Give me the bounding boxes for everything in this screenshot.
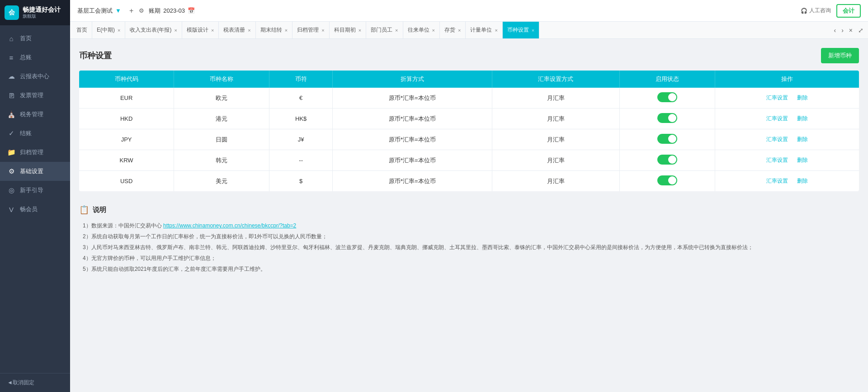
delete-btn[interactable]: 删除 [797, 178, 808, 184]
rate-settings-btn[interactable]: 汇率设置 [766, 178, 788, 184]
rate-settings-btn[interactable]: 汇率设置 [766, 94, 788, 101]
tab-unit-label: 计量单位 [470, 26, 492, 34]
topbar-actions: + ⚙ [129, 7, 144, 15]
tab-unit-close[interactable]: × [495, 28, 497, 33]
toggle-switch[interactable] [657, 113, 677, 123]
settings-btn[interactable]: ⚙ [139, 7, 144, 14]
tab-next-btn[interactable]: › [839, 25, 846, 36]
sidebar-pin-toggle[interactable]: ◄取消固定 [0, 373, 70, 392]
cell-symbol: € [269, 88, 333, 109]
tab-tax-close[interactable]: × [248, 28, 250, 33]
sidebar-item-label: 归档管理 [20, 148, 43, 156]
rate-settings-btn[interactable]: 汇率设置 [766, 115, 788, 122]
cell-name: 港元 [174, 109, 269, 129]
sidebar-item-guide[interactable]: ◎ 新手引导 [0, 181, 70, 200]
tab-subject[interactable]: 科目期初 × [330, 22, 366, 38]
tab-archive-close[interactable]: × [321, 28, 324, 33]
sidebar-item-label: 结账 [20, 129, 32, 137]
tab-interim-close[interactable]: × [118, 28, 120, 33]
sidebar-item-checkout[interactable]: ✓ 结账 [0, 124, 70, 143]
tab-inventory-close[interactable]: × [458, 28, 461, 33]
tab-prev-btn[interactable]: ‹ [831, 25, 839, 36]
sidebar-item-ledger[interactable]: ≡ 总账 [0, 48, 70, 67]
tab-currency-close[interactable]: × [532, 28, 534, 33]
note-link[interactable]: https://www.chinamoney.com.cn/chinese/bk… [163, 222, 296, 229]
tab-expand-btn[interactable]: ⤢ [855, 25, 866, 36]
tab-archive[interactable]: 归档管理 × [292, 22, 329, 38]
sidebar-item-label: 税务管理 [20, 110, 43, 118]
cell-conversion: 原币*汇率=本位币 [333, 150, 492, 171]
tab-contacts-label: 往来单位 [408, 26, 429, 34]
period-label: 账期 [149, 7, 160, 15]
tab-template-close[interactable]: × [211, 28, 214, 33]
sidebar-item-label: 总账 [20, 53, 32, 61]
rate-settings-btn[interactable]: 汇率设置 [766, 157, 788, 163]
cell-actions: 汇率设置 删除 [715, 129, 859, 150]
account-btn[interactable]: 会计 [836, 4, 861, 18]
delete-btn[interactable]: 删除 [797, 136, 808, 142]
delete-btn[interactable]: 删除 [797, 94, 808, 101]
service-btn[interactable]: 🎧 人工咨询 [801, 7, 831, 14]
toggle-knob [668, 135, 676, 143]
tab-dept[interactable]: 部门员工 × [366, 22, 403, 38]
tab-subject-close[interactable]: × [359, 28, 361, 33]
tab-currency[interactable]: 币种设置 × [503, 22, 539, 38]
cell-rate-type: 月汇率 [492, 129, 619, 150]
sidebar-item-archive[interactable]: 📁 归档管理 [0, 143, 70, 162]
tab-income-close[interactable]: × [174, 28, 177, 33]
toggle-knob [668, 93, 676, 101]
toggle-switch[interactable] [657, 155, 677, 165]
main-area: 基层工会测试 ▼ + ⚙ 账期 2023-03 📅 🎧 人工咨询 会计 首页 E… [70, 0, 868, 392]
sidebar-item-home[interactable]: ⌂ 首页 [0, 29, 70, 48]
col-actions: 操作 [715, 71, 859, 88]
tab-period-end[interactable]: 期末结转 × [256, 22, 292, 38]
sidebar-item-label: 发票管理 [20, 91, 43, 99]
cell-symbol: $ [269, 171, 333, 192]
sidebar: 会 畅捷通好会计 旗舰版 ⌂ 首页 ≡ 总账 ☁ 云报表中心 🖹 发票管理 ⛪ … [0, 0, 70, 392]
cell-conversion: 原币*汇率=本位币 [333, 109, 492, 129]
sidebar-item-member[interactable]: V 畅会员 [0, 200, 70, 219]
cell-status [620, 88, 715, 109]
logo-name: 畅捷通好会计 [23, 6, 61, 14]
sidebar-item-tax[interactable]: ⛪ 税务管理 [0, 105, 70, 124]
tab-contacts[interactable]: 往来单位 × [403, 22, 440, 38]
tab-template[interactable]: 模版设计 × [182, 22, 219, 38]
tab-home[interactable]: 首页 [72, 22, 92, 38]
toggle-knob [668, 176, 676, 184]
tab-tax[interactable]: 税表清册 × [219, 22, 255, 38]
tab-close-all-btn[interactable]: × [846, 25, 855, 36]
sidebar-item-label: 首页 [20, 34, 32, 43]
tab-period-end-close[interactable]: × [285, 28, 288, 33]
new-currency-btn[interactable]: 新增币种 [821, 48, 859, 63]
ledger-icon: ≡ [7, 54, 15, 61]
project-dropdown-icon[interactable]: ▼ [115, 7, 121, 14]
sidebar-item-settings[interactable]: ⚙ 基础设置 [0, 162, 70, 181]
cell-name: 日圆 [174, 129, 269, 150]
sidebar-item-label: 新手引导 [20, 186, 43, 194]
sidebar-item-reports[interactable]: ☁ 云报表中心 [0, 67, 70, 86]
cell-actions: 汇率设置 删除 [715, 171, 859, 192]
toggle-switch[interactable] [657, 92, 677, 102]
table-row: USD 美元 $ 原币*汇率=本位币 月汇率 汇率设置 删除 [79, 171, 859, 192]
tab-income-report[interactable]: 收入支出表(年报) × [125, 22, 182, 38]
add-project-btn[interactable]: + [129, 7, 133, 15]
tab-interim[interactable]: E(中期) × [92, 22, 125, 38]
cell-symbol: -- [269, 150, 333, 171]
delete-btn[interactable]: 删除 [797, 115, 808, 122]
table-row: HKD 港元 HK$ 原币*汇率=本位币 月汇率 汇率设置 删除 [79, 109, 859, 129]
sidebar-item-invoice[interactable]: 🖹 发票管理 [0, 86, 70, 105]
content-area: 币种设置 新增币种 币种代码 币种名称 币符 折算方式 汇率设置方式 启用状态 … [70, 39, 868, 392]
rate-settings-btn[interactable]: 汇率设置 [766, 136, 788, 142]
delete-btn[interactable]: 删除 [797, 157, 808, 163]
toggle-switch[interactable] [657, 134, 677, 144]
tab-inventory[interactable]: 存货 × [440, 22, 466, 38]
col-status: 启用状态 [620, 71, 715, 88]
cell-rate-type: 月汇率 [492, 171, 619, 192]
service-label: 人工咨询 [809, 7, 831, 14]
tab-dept-close[interactable]: × [395, 28, 398, 33]
calendar-icon[interactable]: 📅 [188, 7, 195, 14]
tab-subject-label: 科目期初 [334, 26, 356, 34]
tab-contacts-close[interactable]: × [432, 28, 435, 33]
toggle-switch[interactable] [657, 175, 677, 185]
tab-unit[interactable]: 计量单位 × [466, 22, 502, 38]
